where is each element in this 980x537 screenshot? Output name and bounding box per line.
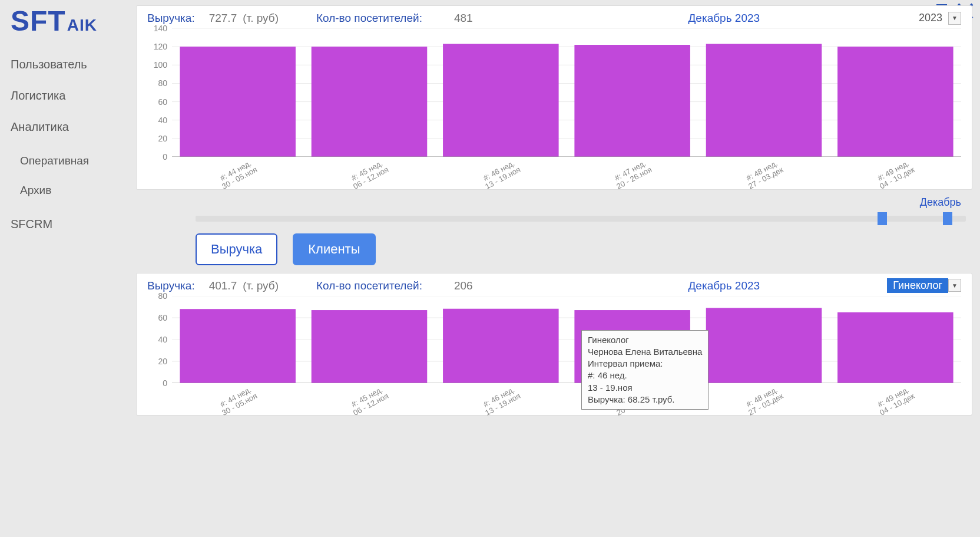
p2-vis-value: 206 (454, 279, 473, 292)
p2-rev-unit: (т. руб) (243, 279, 279, 292)
p2-rev-value: 401.7 (209, 279, 237, 292)
chart-tooltip: Гинеколог Чернова Елена Витальевна Интер… (581, 330, 708, 410)
chart-bar[interactable] (180, 47, 296, 157)
chart-y-tick: 40 (158, 116, 167, 125)
year-dropdown[interactable]: 2023 ▼ (913, 11, 961, 25)
sidebar-item-user[interactable]: Пользователь (11, 49, 137, 80)
chart-bar[interactable] (180, 309, 296, 383)
chart-x-category: #: 44 нед.30 - 05.ноя (172, 159, 303, 183)
chart-x-category: #: 47 нед.20 - 26.ноя (567, 159, 698, 183)
chart-y-tick: 140 (154, 24, 167, 33)
logo-right: AIK (67, 16, 97, 35)
range-track (196, 216, 966, 222)
tooltip-line: Выручка: 68.25 т.руб. (588, 394, 702, 406)
chart-x-category: #: 44 нед.30 - 05.ноя (172, 386, 303, 410)
logo: SFT AIK (11, 5, 137, 37)
revenue-button[interactable]: Выручка (196, 233, 277, 265)
sidebar-item-logistics[interactable]: Логистика (11, 80, 137, 111)
chart-bar[interactable] (837, 47, 953, 157)
chart-x-category: #: 48 нед.27 - 03.дек (698, 386, 829, 410)
chart-bar[interactable] (443, 308, 559, 383)
chart-x-category: #: 45 нед.06 - 12.ноя (303, 386, 435, 410)
between-bar: Декабрь (137, 196, 972, 209)
chart-x-category: #: 46 нед.13 - 19.ноя (435, 386, 567, 410)
chart-top: 020406080100120140 #: 44 нед.30 - 05.ноя… (147, 28, 961, 183)
chart-y-tick: 0 (163, 378, 167, 388)
metric-toggle: Выручка Клиенты (196, 233, 976, 265)
p1-rev-unit: (т. руб) (243, 12, 279, 25)
chart-y-tick: 80 (158, 78, 167, 88)
chart-bar[interactable] (574, 45, 690, 157)
range-handle-right[interactable] (943, 212, 952, 225)
p1-period: Декабрь 2023 (688, 12, 760, 25)
chart-x-category: #: 49 нед.04 - 10.дек (830, 159, 961, 183)
chart-x-category: #: 49 нед.04 - 10.дек (830, 386, 961, 410)
p1-rev-label: Выручка: (147, 12, 195, 25)
specialist-dropdown[interactable]: Гинеколог ▼ (887, 278, 961, 293)
p2-period: Декабрь 2023 (688, 279, 760, 292)
month-label: Декабрь (920, 196, 972, 209)
year-value: 2023 (913, 11, 948, 25)
chevron-down-icon: ▼ (948, 279, 961, 292)
clients-button[interactable]: Клиенты (293, 233, 375, 265)
p1-vis-value: 481 (454, 12, 473, 25)
chevron-down-icon: ▼ (948, 12, 961, 25)
chart-y-tick: 40 (158, 335, 167, 344)
chart-y-tick: 20 (158, 357, 167, 366)
chart-x-category: #: 48 нед.27 - 03.дек (698, 159, 829, 183)
p2-rev-label: Выручка: (147, 279, 195, 292)
logo-left: SFT (11, 5, 66, 37)
tooltip-line: Интервал приема: (588, 358, 702, 370)
chart-y-tick: 60 (158, 313, 167, 322)
range-handle-left[interactable] (878, 212, 887, 225)
chart-x-category: #: 46 нед.13 - 19.ноя (435, 159, 567, 183)
sidebar-subitem-operative[interactable]: Оперативная (11, 146, 137, 176)
chart-y-tick: 20 (158, 134, 167, 143)
chart-bar[interactable] (312, 47, 428, 157)
chart-bar[interactable] (706, 308, 822, 383)
chart-y-tick: 0 (163, 152, 167, 162)
chart-bottom: 020406080 #: 44 нед.30 - 05.ноя#: 45 нед… (147, 296, 961, 410)
sidebar-subitem-archive[interactable]: Архив (11, 176, 137, 205)
chart-y-tick: 60 (158, 97, 167, 107)
range-slider[interactable] (196, 211, 966, 225)
tooltip-line: #: 46 нед. (588, 370, 702, 381)
chart-y-tick: 80 (158, 291, 167, 301)
chart-y-tick: 120 (154, 42, 167, 51)
chart-bar[interactable] (443, 44, 559, 157)
specialist-value: Гинеколог (887, 278, 948, 293)
sidebar: SFT AIK Пользователь Логистика Аналитика… (0, 0, 137, 537)
chart-x-category: #: 45 нед.06 - 12.ноя (303, 159, 435, 183)
panel-specialist: Выручка: 401.7 (т. руб) Кол-во посетител… (137, 274, 972, 416)
chart-bar[interactable] (706, 44, 822, 157)
tooltip-line: Гинеколог (588, 334, 702, 346)
chart-bar[interactable] (312, 310, 428, 383)
p1-vis-label: Кол-во посетителей: (316, 12, 422, 25)
chart-bar[interactable] (837, 312, 953, 383)
tooltip-line: Чернова Елена Витальевна (588, 346, 702, 358)
chart-y-tick: 100 (154, 60, 167, 70)
sidebar-item-sfcrm[interactable]: SFCRM (11, 209, 137, 240)
sidebar-item-analytics[interactable]: Аналитика (11, 111, 137, 143)
tooltip-line: 13 - 19.ноя (588, 382, 702, 394)
p2-vis-label: Кол-во посетителей: (316, 279, 422, 292)
panel-overview: Выручка: 727.7 (т. руб) Кол-во посетител… (137, 6, 972, 189)
p1-rev-value: 727.7 (209, 12, 237, 25)
